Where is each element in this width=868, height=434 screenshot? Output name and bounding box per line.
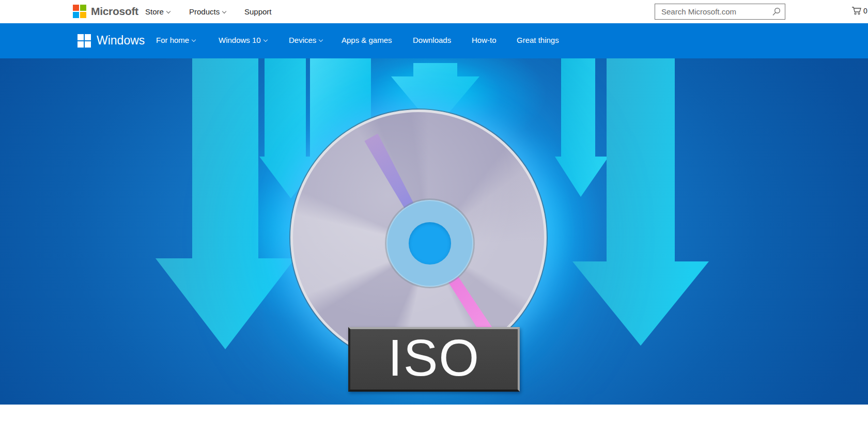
- nav-item-for-home[interactable]: For home: [156, 36, 195, 44]
- search-icon[interactable]: [772, 7, 781, 17]
- menu-item-support-label: Support: [244, 7, 272, 16]
- cart-icon: [851, 6, 862, 16]
- page-bottom-whitespace: [0, 405, 868, 434]
- nav-item-downloads[interactable]: Downloads: [413, 36, 451, 44]
- menu-item-products-label: Products: [189, 7, 220, 16]
- chevron-down-icon: [319, 38, 323, 42]
- search-input[interactable]: [655, 4, 785, 19]
- nav-item-downloads-label: Downloads: [413, 36, 451, 44]
- nav-item-windows-10-label: Windows 10: [219, 36, 261, 44]
- hero-iso-download-banner: ISO: [0, 58, 868, 405]
- microsoft-logo-icon: [73, 5, 86, 18]
- nav-item-apps-games[interactable]: Apps & games: [342, 36, 392, 44]
- nav-item-how-to-label: How-to: [472, 36, 497, 44]
- right-small-down-arrow: [555, 58, 609, 197]
- nav-item-devices[interactable]: Devices: [289, 36, 322, 44]
- search-box: [655, 4, 785, 20]
- nav-item-windows-10[interactable]: Windows 10: [219, 36, 267, 44]
- microsoft-logo[interactable]: Microsoft: [73, 5, 138, 18]
- microsoft-logo-text: Microsoft: [91, 5, 138, 18]
- cart-button[interactable]: 0: [851, 6, 867, 16]
- nav-item-apps-games-label: Apps & games: [342, 36, 392, 44]
- nav-item-great-things[interactable]: Great things: [517, 36, 559, 44]
- cart-count: 0: [863, 7, 867, 15]
- iso-label-plate: ISO: [348, 327, 520, 392]
- iso-label-text: ISO: [388, 332, 480, 388]
- windows-nav-bar: Windows For home Windows 10 Devices Apps…: [0, 23, 868, 58]
- chevron-down-icon: [263, 38, 267, 42]
- windows-flag-icon: [78, 34, 91, 48]
- nav-item-great-things-label: Great things: [517, 36, 559, 44]
- menu-item-products[interactable]: Products: [189, 7, 226, 16]
- menu-item-store[interactable]: Store: [145, 7, 170, 16]
- chevron-down-icon: [166, 9, 171, 13]
- windows-brand[interactable]: Windows: [78, 34, 145, 48]
- disc-hub-hole: [409, 222, 451, 265]
- chevron-down-icon: [192, 38, 196, 42]
- top-header-bar: Microsoft Store Products Support 0: [0, 0, 868, 23]
- nav-item-for-home-label: For home: [156, 36, 189, 44]
- nav-item-how-to[interactable]: How-to: [472, 36, 497, 44]
- menu-item-support[interactable]: Support: [244, 7, 272, 16]
- nav-item-devices-label: Devices: [289, 36, 316, 44]
- chevron-down-icon: [222, 9, 226, 13]
- windows-brand-text: Windows: [97, 34, 145, 48]
- menu-item-store-label: Store: [145, 7, 164, 16]
